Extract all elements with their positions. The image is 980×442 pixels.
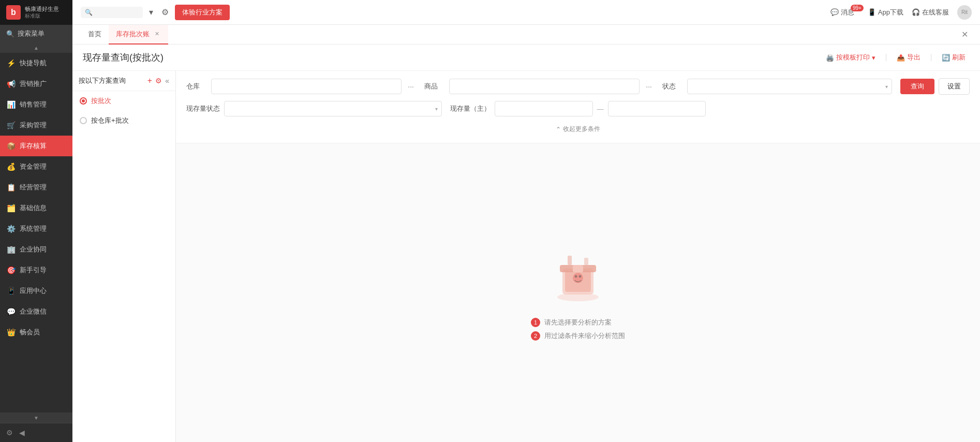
lp-radio-by-batch (80, 97, 87, 105)
topbar-search-icon: 🔍 (85, 9, 93, 16)
topbar-left: 🔍 ▾ ⚙ 体验行业方案 (81, 5, 826, 20)
sidebar-item-label: 应用中心 (20, 286, 47, 296)
search-icon: 🔍 (6, 30, 14, 38)
sidebar: b 畅康通好生意 标准版 🔍 搜索菜单 ▲ ⚡ 快捷导航 📢 营销推广 📊 销售… (0, 0, 72, 442)
filter-status-field: 状态 ▾ (662, 79, 892, 94)
refresh-btn[interactable]: 🔄 刷新 (938, 51, 970, 64)
app-center-icon: 📱 (6, 286, 16, 296)
filter-warehouse-label: 仓库 (186, 82, 207, 91)
trial-btn[interactable]: 体验行业方案 (175, 5, 230, 20)
lp-add-btn[interactable]: + (147, 76, 152, 85)
sidebar-item-operations[interactable]: 📋 经营管理 (0, 177, 72, 198)
sidebar-item-label: 畅会员 (20, 328, 40, 337)
topbar-gear-btn[interactable]: ⚙ (159, 5, 171, 19)
filter-inv-status-select[interactable] (224, 101, 442, 116)
sidebar-item-sales[interactable]: 📊 销售管理 (0, 94, 72, 115)
page-header: 现存量查询(按批次) 🖨️ 按模板打印 ▾ 📤 导出 🔄 刷新 (72, 45, 980, 71)
collapse-more-btn[interactable]: ⌃ 收起更多条件 (186, 123, 970, 136)
tab-home[interactable]: 首页 (81, 25, 109, 45)
filter-warehouse-more-btn[interactable]: ··· (406, 81, 416, 92)
filter-inv-status-select-wrapper: ▾ (224, 101, 442, 116)
filter-product-label: 商品 (424, 82, 445, 91)
sidebar-settings-btn[interactable]: ⚙ (6, 429, 13, 437)
lp-radio-by-warehouse-batch (80, 117, 87, 124)
topbar-search-input[interactable] (95, 9, 136, 16)
lp-item-by-batch[interactable]: 按批次 (72, 91, 175, 111)
svg-rect-4 (573, 265, 583, 272)
app-logo-icon: b (6, 5, 21, 20)
company-name: 畅康通好生意 (25, 5, 59, 12)
topbar-search-area[interactable]: 🔍 (81, 7, 143, 18)
headset-icon: 🎧 (912, 8, 920, 16)
sidebar-item-member[interactable]: 👑 畅会员 (0, 322, 72, 343)
sidebar-nav: ⚡ 快捷导航 📢 营销推广 📊 销售管理 🛒 采购管理 📦 库存核算 💰 资金管… (0, 53, 72, 412)
purchase-icon: 🛒 (6, 121, 16, 130)
lp-collapse-btn[interactable]: « (165, 77, 169, 85)
filter-product-more-btn[interactable]: ··· (644, 81, 654, 92)
settings-btn[interactable]: 设置 (939, 78, 970, 95)
messages-btn[interactable]: 💬 消息 99+ (830, 8, 859, 17)
sidebar-item-label: 快捷导航 (20, 58, 47, 68)
wechat-icon: 💬 (6, 307, 16, 316)
sidebar-item-system[interactable]: ⚙️ 系统管理 (0, 218, 72, 239)
message-icon: 💬 (830, 8, 839, 16)
phone-icon: 📱 (868, 8, 876, 16)
sidebar-scroll-up[interactable]: ▲ (0, 42, 72, 53)
sidebar-scroll-down[interactable]: ▼ (0, 412, 72, 423)
sidebar-item-wechat[interactable]: 💬 企业微信 (0, 301, 72, 322)
sidebar-item-label: 采购管理 (20, 121, 47, 130)
online-service-btn[interactable]: 🎧 在线客服 (912, 8, 949, 17)
sidebar-item-finance[interactable]: 💰 资金管理 (0, 156, 72, 177)
sidebar-collapse-btn[interactable]: ◀ (19, 429, 25, 437)
sidebar-search[interactable]: 🔍 搜索菜单 (0, 25, 72, 42)
refresh-icon: 🔄 (942, 54, 950, 62)
app-download-btn[interactable]: 📱 App下载 (868, 8, 903, 17)
tab-close-btn[interactable]: ✕ (153, 30, 161, 38)
basic-info-icon: 🗂️ (6, 203, 16, 213)
filter-product-input[interactable] (449, 79, 640, 94)
sidebar-item-label: 企业协同 (20, 245, 47, 254)
user-name: Rit (961, 9, 968, 15)
tip-2-num: 2 (531, 331, 540, 341)
sidebar-item-enterprise[interactable]: 🏢 企业协同 (0, 239, 72, 260)
filter-warehouse-input[interactable] (211, 79, 402, 94)
sidebar-item-app-center[interactable]: 📱 应用中心 (0, 281, 72, 301)
export-icon: 📤 (897, 54, 905, 62)
sidebar-item-label: 营销推广 (20, 79, 47, 89)
print-icon: 🖨️ (826, 54, 834, 62)
close-all-icon: ✕ (961, 30, 968, 39)
user-avatar[interactable]: Rit (957, 5, 972, 20)
empty-illustration (547, 245, 609, 307)
messages-badge: 99+ (851, 5, 864, 11)
operations-icon: 📋 (6, 183, 16, 192)
lp-settings-btn[interactable]: ⚙ (155, 77, 162, 85)
export-btn[interactable]: 📤 导出 (893, 51, 925, 64)
filter-status-select-wrapper: ▾ (687, 79, 892, 94)
collapse-label: 收起更多条件 (563, 125, 600, 134)
body-layout: 按以下方案查询 + ⚙ « 按批次 按仓库+批次 (72, 71, 980, 442)
sidebar-logo: b 畅康通好生意 标准版 (0, 0, 72, 25)
sidebar-item-quick-nav[interactable]: ⚡ 快捷导航 (0, 53, 72, 73)
sidebar-item-label: 系统管理 (20, 224, 47, 233)
empty-tip-2: 2 用过滤条件来缩小分析范围 (531, 331, 625, 341)
topbar-dropdown-btn[interactable]: ▾ (147, 5, 155, 19)
tab-inventory-batch[interactable]: 库存批次账 ✕ (109, 25, 168, 45)
filter-inv-qty-min[interactable] (495, 101, 593, 116)
sidebar-item-inventory[interactable]: 📦 库存核算 (0, 136, 72, 156)
svg-point-6 (575, 275, 577, 277)
member-icon: 👑 (6, 328, 16, 337)
print-template-btn[interactable]: 🖨️ 按模板打印 ▾ (822, 51, 880, 64)
lp-item-by-warehouse-batch[interactable]: 按仓库+批次 (72, 111, 175, 130)
query-btn[interactable]: 查询 (900, 79, 934, 94)
sidebar-item-newbie[interactable]: 🎯 新手引导 (0, 260, 72, 281)
sidebar-item-purchase[interactable]: 🛒 采购管理 (0, 115, 72, 136)
sidebar-item-label: 基础信息 (20, 203, 47, 213)
export-label: 导出 (907, 53, 920, 62)
tabs-close-all-btn[interactable]: ✕ (957, 27, 972, 42)
sidebar-item-marketing[interactable]: 📢 营销推广 (0, 73, 72, 94)
left-panel-header: 按以下方案查询 + ⚙ « (72, 71, 175, 91)
page-title: 现存量查询(按批次) (83, 51, 164, 64)
filter-status-select[interactable] (687, 79, 892, 94)
sidebar-item-basic-info[interactable]: 🗂️ 基础信息 (0, 198, 72, 218)
filter-inv-qty-max[interactable] (608, 101, 706, 116)
